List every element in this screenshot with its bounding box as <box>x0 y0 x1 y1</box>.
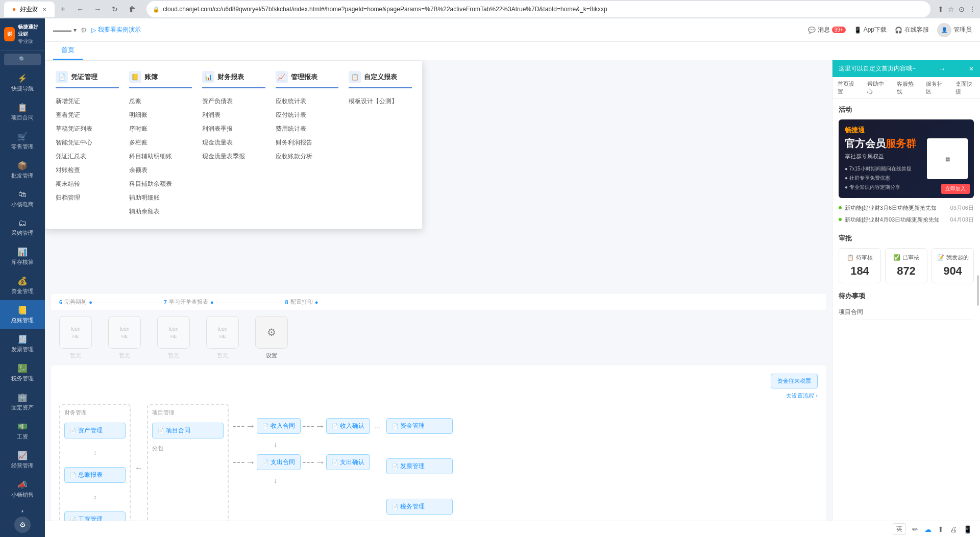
upload-icon-bottom[interactable]: ⬆ <box>938 525 944 533</box>
menu-archive[interactable]: 归档管理 <box>56 191 119 205</box>
star-icon[interactable]: ☆ <box>948 5 954 13</box>
sidebar-item-inventory[interactable]: 📊 库存核算 <box>0 242 45 271</box>
flow-salary-mgmt[interactable]: 📄 工资管理 <box>64 511 126 521</box>
circle-icon[interactable]: ⊙ <box>959 5 965 13</box>
back-btn[interactable]: ← <box>73 2 87 16</box>
flow-tax-mgmt[interactable]: 📄 税务管理 <box>386 499 453 515</box>
tab-close-btn[interactable]: ✕ <box>42 7 46 12</box>
sidebar-item-finance[interactable]: 💰 资金管理 <box>0 271 45 300</box>
online-service-btn[interactable]: 🎧 在线客服 <box>895 26 929 34</box>
menu-aux-detail-ledger[interactable]: 辅助明细账 <box>129 191 192 205</box>
company-selector[interactable]: ▬▬▬ ▾ <box>53 27 77 34</box>
menu-template-design[interactable]: 模板设计【公测】 <box>349 94 412 108</box>
edit-icon[interactable]: ✏ <box>912 525 918 533</box>
menu-add-voucher[interactable]: 新增凭证 <box>56 94 119 108</box>
icon-box-3[interactable]: Icon HE <box>157 316 190 349</box>
cloud-icon[interactable]: ☁ <box>924 525 932 533</box>
menu-aux-balance[interactable]: 辅助余额表 <box>129 205 192 218</box>
flow-invoice-mgmt[interactable]: 📄 发票管理 <box>386 458 453 474</box>
mobile-icon[interactable]: 📱 <box>963 525 972 533</box>
delete-btn[interactable]: 🗑 <box>125 2 139 16</box>
sidebar-item-basic[interactable]: ℹ 基础信息 <box>0 504 45 512</box>
sidebar-item-purchase[interactable]: 🗂 采购管理 <box>0 213 45 242</box>
flow-income-confirm[interactable]: 📄 收入确认 <box>326 418 370 434</box>
icon-box-settings[interactable]: ⚙ <box>255 316 288 349</box>
menu-draft-voucher[interactable]: 草稿凭证列表 <box>56 122 119 136</box>
menu-receivable-analysis[interactable]: 应收账款分析 <box>276 150 339 163</box>
menu-multi-column-ledger[interactable]: 多栏账 <box>129 136 192 150</box>
refresh-btn[interactable]: ↻ <box>108 2 122 16</box>
menu-period-end[interactable]: 期末结转 <box>56 177 119 191</box>
quick-nav-community[interactable]: 服务社区 <box>921 77 950 99</box>
sidebar-item-shortcut[interactable]: ⚡ 快捷导航 <box>0 68 45 97</box>
menu-receivable-stats[interactable]: 应收统计表 <box>276 94 339 108</box>
menu-reconciliation[interactable]: 对账检查 <box>56 163 119 177</box>
flow-income-contract[interactable]: 📄 收入合同 <box>257 418 301 434</box>
sidebar-item-tax[interactable]: 💹 税务管理 <box>0 358 45 387</box>
menu-balance-statement[interactable]: 资产负债表 <box>202 94 265 108</box>
sidebar-item-invoice[interactable]: 🧾 发票管理 <box>0 329 45 358</box>
menu-general-ledger[interactable]: 总账 <box>129 94 192 108</box>
setup-flow-link[interactable]: 去设置流程 › <box>59 392 818 400</box>
menu-subject-aux-detail[interactable]: 科目辅助明细账 <box>129 150 192 163</box>
active-tab[interactable]: ● 好业财 ✕ <box>4 2 55 17</box>
menu-payable-stats[interactable]: 应付统计表 <box>276 108 339 122</box>
flow-expense-confirm[interactable]: 📄 支出确认 <box>326 454 370 470</box>
app-download-btn[interactable]: 📱 App下载 <box>854 26 887 34</box>
message-btn[interactable]: 💬 消息 99+ <box>808 26 846 34</box>
todo-item-1[interactable]: 项目合同 <box>839 305 974 320</box>
menu-voucher-summary[interactable]: 凭证汇总表 <box>56 150 119 163</box>
print-icon[interactable]: 🖨 <box>950 525 957 533</box>
new-tab-btn[interactable]: + <box>57 3 69 15</box>
forward-btn[interactable]: → <box>90 2 105 16</box>
sidebar-item-salary[interactable]: 💵 工资 <box>0 417 45 446</box>
sidebar-item-ecommerce[interactable]: 🛍 小畅电商 <box>0 185 45 213</box>
menu-cashflow[interactable]: 现金流量表 <box>202 136 265 150</box>
sidebar-item-wholesale[interactable]: 📦 批发管理 <box>0 156 45 185</box>
tab-home[interactable]: 首页 <box>53 41 83 60</box>
menu-subject-aux-balance[interactable]: 科目辅助余额表 <box>129 177 192 191</box>
flow-general-report[interactable]: 📄 总账报表 <box>64 467 126 483</box>
sidebar-item-marketing[interactable]: 📣 小畅销售 <box>0 475 45 504</box>
flow-expense-contract[interactable]: 📄 支出合同 <box>257 454 301 470</box>
quick-nav-customer[interactable]: 客服热线 <box>892 77 921 99</box>
quick-nav-help[interactable]: 帮助中心 <box>862 77 892 99</box>
upload-icon[interactable]: ⬆ <box>938 5 944 13</box>
flow-fund-mgmt[interactable]: 📄 资金管理 <box>386 418 453 434</box>
icon-box-1[interactable]: Icon HE <box>59 316 92 349</box>
user-btn[interactable]: 👤 管理员 <box>937 23 972 37</box>
address-bar[interactable]: 🔒 cloud.chanjet.com/cc/u6d89qwnryel/57bf… <box>146 1 930 17</box>
approval-card-pending[interactable]: 📋 待审核 184 <box>839 248 881 283</box>
sidebar-item-retail[interactable]: 🛒 零售管理 <box>0 127 45 156</box>
menu-cashflow-quarterly[interactable]: 现金流量表季报 <box>202 150 265 163</box>
sidebar-item-project[interactable]: 📋 项目合同 <box>0 97 45 127</box>
menu-smart-voucher[interactable]: 智能凭证中心 <box>56 136 119 150</box>
menu-profit-report[interactable]: 财务利润报告 <box>276 136 339 150</box>
approval-card-approved[interactable]: ✅ 已审核 872 <box>885 248 927 283</box>
menu-icon[interactable]: ⋮ <box>969 5 976 13</box>
lang-btn[interactable]: 英 <box>893 523 906 535</box>
menu-balance-sheet[interactable]: 余额表 <box>129 163 192 177</box>
menu-detail-ledger[interactable]: 明细账 <box>129 108 192 122</box>
activity-banner[interactable]: 畅捷通 官方会员服务群 享社群专属权益 ● 7x15小时期间顾问在线答疑 ● 社… <box>839 119 974 198</box>
news-item-1[interactable]: 新功能|好业财3月6日功能更新抢先知 03月06日 <box>839 202 974 214</box>
close-customize-btn[interactable]: → <box>939 65 946 73</box>
join-btn[interactable]: 立即加入 <box>941 184 970 194</box>
approval-card-initiated[interactable]: 📝 我发起的 904 <box>932 248 974 283</box>
flow-asset-mgmt[interactable]: 📄 资产管理 <box>64 423 126 438</box>
menu-profit-quarterly[interactable]: 利润表季报 <box>202 122 265 136</box>
news-item-2[interactable]: 新功能|好业财4月03日功能更新抢先知 04月03日 <box>839 214 974 226</box>
menu-chronological-ledger[interactable]: 序时账 <box>129 122 192 136</box>
sidebar-item-operations[interactable]: 📈 经营管理 <box>0 446 45 475</box>
icon-box-4[interactable]: Icon HE <box>206 316 239 349</box>
icon-box-2[interactable]: Icon HE <box>108 316 141 349</box>
settings-gear-icon[interactable]: ⚙ <box>81 26 87 34</box>
cashier-btn[interactable]: 资金往来税票 <box>771 374 818 388</box>
sidebar-item-general[interactable]: 📒 总账管理 <box>0 300 45 329</box>
menu-view-voucher[interactable]: 查看凭证 <box>56 108 119 122</box>
quick-nav-home-settings[interactable]: 首页设置 <box>832 77 862 99</box>
sidebar-settings-btn[interactable]: ⚙ <box>14 517 31 533</box>
menu-expense-stats[interactable]: 费用统计表 <box>276 122 339 136</box>
banner-close-icon[interactable]: ✕ <box>969 65 974 72</box>
sidebar-search-btn[interactable]: 🔍 <box>4 54 41 65</box>
